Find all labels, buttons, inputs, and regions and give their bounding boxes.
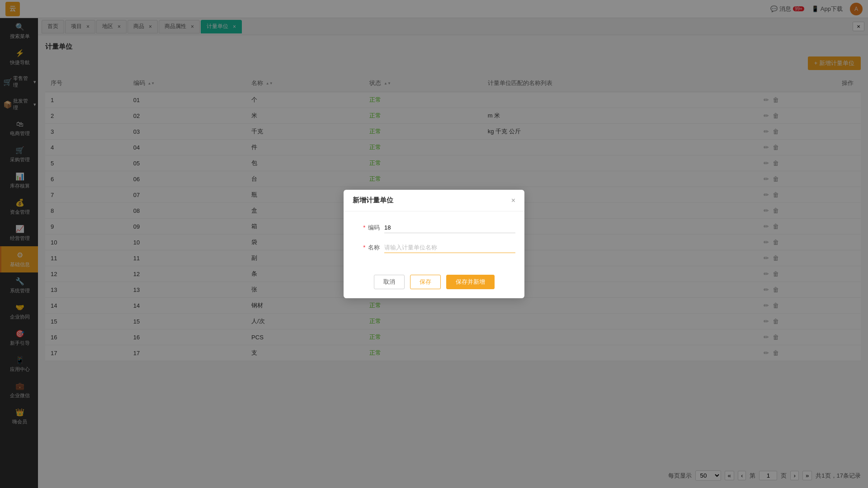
modal-body: * 编码 * 名称: [344, 211, 524, 269]
code-field-label: * 编码: [353, 224, 380, 232]
modal-overlay[interactable]: 新增计量单位 × * 编码 * 名称 取消 保存 保存并新增: [0, 0, 868, 488]
name-field-label: * 名称: [353, 244, 380, 252]
modal-header: 新增计量单位 ×: [344, 190, 524, 211]
cancel-button[interactable]: 取消: [374, 275, 405, 289]
name-input[interactable]: [384, 242, 515, 253]
form-row-code: * 编码: [353, 222, 515, 233]
add-unit-modal: 新增计量单位 × * 编码 * 名称 取消 保存 保存并新增: [344, 190, 524, 298]
modal-title: 新增计量单位: [353, 196, 393, 205]
modal-close-button[interactable]: ×: [511, 197, 515, 205]
code-input[interactable]: [384, 222, 515, 233]
form-row-name: * 名称: [353, 242, 515, 253]
modal-footer: 取消 保存 保存并新增: [344, 269, 524, 298]
save-button[interactable]: 保存: [410, 275, 441, 289]
save-new-button[interactable]: 保存并新增: [446, 275, 495, 289]
